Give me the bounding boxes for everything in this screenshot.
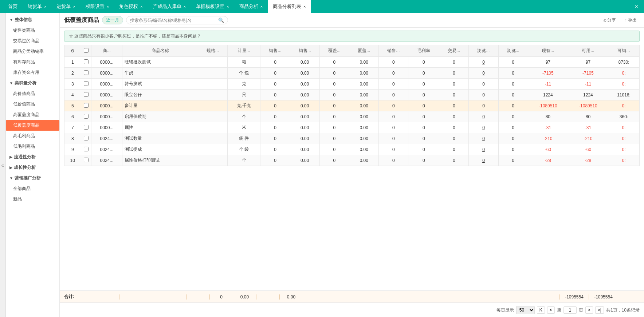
sidebar-item-high-value[interactable]: 高价值商品 — [6, 88, 59, 99]
nav-roles-close[interactable]: × — [140, 4, 142, 9]
row-browse1[interactable]: 0 — [469, 111, 498, 122]
nav-analytics[interactable]: 商品分析 × — [234, 0, 268, 13]
row-unit: 只 — [227, 90, 260, 100]
next-page-button[interactable]: > — [585, 306, 593, 314]
page-input[interactable] — [564, 306, 577, 314]
row-checkbox-cell — [81, 144, 91, 155]
per-page-select[interactable]: 50 20 100 — [516, 306, 535, 314]
col-name[interactable]: 商品名称 — [122, 45, 198, 57]
sidebar-item-low-margin[interactable]: 低毛利商品 — [6, 141, 59, 152]
col-code[interactable]: 商... — [91, 45, 122, 57]
col-sales2[interactable]: 销售... — [290, 45, 319, 57]
row-trade: 0 — [439, 155, 469, 166]
col-sales3[interactable]: 销售... — [379, 45, 408, 57]
row-browse1[interactable]: 0 — [469, 133, 498, 144]
nav-production-close[interactable]: × — [184, 4, 186, 9]
sidebar-section-marketing[interactable]: ▼ 营销推广分析 — [6, 173, 59, 183]
settings-icon[interactable]: ⚙ — [71, 48, 75, 54]
filter-period-button[interactable]: 近一月 — [102, 16, 123, 24]
col-trade[interactable]: 交易... — [439, 45, 469, 57]
row-checkbox[interactable] — [84, 92, 89, 97]
select-all-checkbox[interactable] — [84, 48, 89, 53]
col-cover2[interactable]: 覆盖... — [349, 45, 379, 57]
row-browse1[interactable]: 0 — [469, 155, 498, 166]
nav-home[interactable]: 首页 — [3, 0, 23, 13]
col-sales1[interactable]: 销售... — [260, 45, 290, 57]
row-cover1: 0 — [319, 144, 349, 155]
sidebar-section-cluster[interactable]: ▼ 类群量分析 — [6, 78, 59, 88]
nav-analytics-list-close[interactable]: × — [303, 4, 306, 9]
col-settings[interactable]: ⚙ — [64, 45, 81, 57]
nav-purchase[interactable]: 进货单 × — [51, 0, 80, 13]
row-checkbox[interactable] — [84, 81, 89, 86]
sidebar-item-all-goods[interactable]: 全部商品 — [6, 183, 59, 194]
col-current[interactable]: 现有... — [528, 45, 568, 57]
sidebar-item-sales-goods[interactable]: 销售类商品 — [6, 25, 59, 36]
row-browse1[interactable]: 0 — [469, 144, 498, 155]
row-checkbox[interactable] — [84, 158, 89, 162]
nav-roles[interactable]: 角色授权 × — [114, 0, 148, 13]
nav-template-close[interactable]: × — [227, 4, 229, 9]
nav-analytics-list[interactable]: 商品分析列表 × — [268, 0, 311, 13]
last-page-button[interactable]: >| — [595, 306, 604, 314]
row-spec — [198, 111, 227, 122]
share-button[interactable]: ⎋ 分享 — [601, 16, 619, 24]
sidebar-item-high-margin[interactable]: 高毛利商品 — [6, 131, 59, 141]
sidebar-item-high-coverage[interactable]: 高覆盖度商品 — [6, 110, 59, 120]
row-sales3: 0 — [379, 133, 408, 144]
row-browse1[interactable]: 0 — [469, 68, 498, 79]
nav-sales[interactable]: 销货单 × — [23, 0, 51, 13]
sidebar-item-low-value[interactable]: 低价值商品 — [6, 99, 59, 110]
sidebar-item-new-goods[interactable]: 新品 — [6, 194, 59, 205]
row-browse1[interactable]: 0 — [469, 57, 498, 68]
sidebar-section-circulation[interactable]: ▶ 流通性分析 — [6, 152, 59, 162]
sidebar-toggle-button[interactable]: « — [0, 13, 6, 317]
col-saleable[interactable]: 可销... — [608, 45, 639, 57]
row-checkbox[interactable] — [84, 125, 89, 130]
sidebar-item-category-rate[interactable]: 商品分类动销率 — [6, 46, 59, 57]
col-spec[interactable]: 规格... — [198, 45, 227, 57]
main-layout: « ▼ 整体信息 销售类商品 交易过的商品 商品分类动销率 有库存商品 库存资金… — [0, 13, 644, 317]
sidebar-item-capital[interactable]: 库存资金占用 — [6, 67, 59, 78]
search-input[interactable] — [130, 18, 217, 23]
row-browse2: 0 — [498, 144, 528, 155]
sidebar-item-low-coverage[interactable]: 低覆盖度商品 — [6, 120, 59, 131]
row-checkbox[interactable] — [84, 136, 89, 140]
nav-purchase-close[interactable]: × — [73, 4, 75, 9]
nav-template[interactable]: 单据模板设置 × — [191, 0, 234, 13]
table-row: 7 0000... 属性 米 0 0.00 0 0.00 0 0 0 0 0 -… — [64, 122, 640, 133]
nav-sales-close[interactable]: × — [44, 4, 46, 9]
sidebar-item-in-stock[interactable]: 有库存商品 — [6, 57, 59, 67]
search-icon[interactable]: 🔍 — [218, 17, 224, 23]
row-checkbox[interactable] — [84, 70, 89, 75]
row-available: -11 — [568, 79, 608, 90]
col-browse2[interactable]: 浏览... — [498, 45, 528, 57]
row-browse1[interactable]: 0 — [469, 122, 498, 133]
export-button[interactable]: ↑ 导出 — [622, 16, 640, 24]
row-browse1[interactable]: 0 — [469, 79, 498, 90]
col-available[interactable]: 可用... — [568, 45, 608, 57]
sidebar-section-growth[interactable]: ▶ 成长性分析 — [6, 162, 59, 173]
nav-analytics-close[interactable]: × — [260, 4, 263, 9]
row-checkbox[interactable] — [84, 59, 89, 64]
sidebar-section-overall[interactable]: ▼ 整体信息 — [6, 15, 59, 25]
first-page-button[interactable]: K — [537, 306, 545, 314]
row-cover1: 0 — [319, 57, 349, 68]
col-cover1[interactable]: 覆盖... — [319, 45, 349, 57]
row-checkbox[interactable] — [84, 147, 89, 151]
nav-permissions[interactable]: 权限设置 × — [80, 0, 114, 13]
row-checkbox[interactable] — [84, 103, 89, 108]
prev-page-button[interactable]: < — [547, 306, 555, 314]
window-close-button[interactable]: × — [632, 3, 641, 10]
row-cover2: 0.00 — [349, 100, 379, 111]
row-sales1: 0 — [260, 122, 290, 133]
row-browse1[interactable]: 0 — [469, 100, 498, 111]
col-browse1[interactable]: 浏览... — [469, 45, 498, 57]
col-profit[interactable]: 毛利率 — [408, 45, 439, 57]
nav-production[interactable]: 产成品入库单 × — [148, 0, 191, 13]
row-browse1[interactable]: 0 — [469, 90, 498, 100]
nav-permissions-close[interactable]: × — [107, 4, 109, 9]
row-checkbox[interactable] — [84, 114, 89, 119]
col-unit[interactable]: 计量... — [227, 45, 260, 57]
sidebar-item-traded-goods[interactable]: 交易过的商品 — [6, 36, 59, 46]
